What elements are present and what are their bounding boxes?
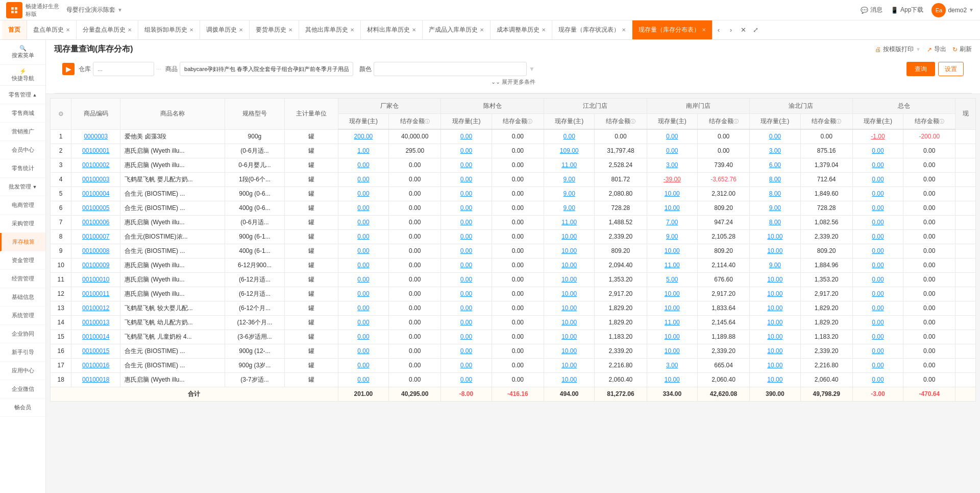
cell-changjia-qty[interactable]: 0.00 <box>338 344 388 358</box>
sidebar-item-members[interactable]: 畅会员 <box>0 398 45 417</box>
tab-home[interactable]: 首页 <box>2 20 27 40</box>
cell-code[interactable]: 0000003 <box>71 129 120 144</box>
cell-chencu-qty[interactable]: 0.00 <box>441 272 492 287</box>
close-icon[interactable]: ✕ <box>66 27 70 33</box>
cell-yubei-qty[interactable]: 10.00 <box>750 229 800 244</box>
tabs-next-btn[interactable]: › <box>725 20 737 40</box>
cell-jiangbei-qty[interactable]: 10.00 <box>544 244 594 258</box>
cell-code[interactable]: 00100005 <box>71 201 120 215</box>
cell-changjia-qty[interactable]: 0.00 <box>338 158 388 172</box>
cell-chencu-qty[interactable]: 0.00 <box>441 215 492 229</box>
tab-9[interactable]: 成本调整单历史 ✕ <box>491 20 552 40</box>
message-btn[interactable]: 💬 消息 <box>861 6 883 14</box>
cell-changjia-qty[interactable]: 0.00 <box>338 301 388 315</box>
cell-yubei-qty[interactable]: 10.00 <box>750 272 800 287</box>
close-icon[interactable]: ✕ <box>622 27 626 33</box>
cell-changjia-qty[interactable]: 0.00 <box>338 172 388 186</box>
tab-2[interactable]: 分量盘点单历史 ✕ <box>77 20 138 40</box>
cell-zong-qty[interactable]: 0.00 <box>852 215 903 229</box>
sidebar-item-retail-mall[interactable]: 零售商城 <box>0 104 45 123</box>
cell-nanan-qty[interactable]: 10.00 <box>647 372 697 387</box>
cell-yubei-qty[interactable]: 8.00 <box>750 172 800 186</box>
cell-code[interactable]: 00100001 <box>71 144 120 158</box>
cell-jiangbei-qty[interactable]: 10.00 <box>544 344 594 358</box>
cell-code[interactable]: 00100013 <box>71 315 120 330</box>
cell-zong-qty[interactable]: 0.00 <box>852 186 903 201</box>
cell-jiangbei-qty[interactable]: 11.00 <box>544 215 594 229</box>
cell-yubei-qty[interactable]: 8.00 <box>750 215 800 229</box>
cell-changjia-qty[interactable]: 0.00 <box>338 215 388 229</box>
cell-nanan-qty[interactable]: 0.00 <box>647 129 697 144</box>
app-download-btn[interactable]: 📱 App下载 <box>891 6 923 14</box>
cell-zong-qty[interactable]: 0.00 <box>852 344 903 358</box>
cell-zong-qty[interactable]: 0.00 <box>852 244 903 258</box>
sidebar-search[interactable]: 🔍 搜索英单 <box>0 40 45 65</box>
cell-code[interactable]: 00100014 <box>71 330 120 344</box>
cell-jiangbei-qty[interactable]: 10.00 <box>544 258 594 272</box>
cell-yubei-qty[interactable]: 10.00 <box>750 330 800 344</box>
cell-nanan-qty[interactable]: -39.00 <box>647 172 697 186</box>
cell-jiangbei-qty[interactable]: 10.00 <box>544 315 594 330</box>
export-btn[interactable]: ↗ 导出 <box>927 45 946 54</box>
sidebar-item-system[interactable]: 系统管理 <box>0 307 45 325</box>
sidebar-item-wechat-work[interactable]: 企业微信 <box>0 380 45 398</box>
cell-yubei-qty[interactable]: 10.00 <box>750 301 800 315</box>
cell-chencu-qty[interactable]: 0.00 <box>441 358 492 372</box>
cell-changjia-qty[interactable]: 0.00 <box>338 244 388 258</box>
sidebar-quick-nav[interactable]: ⚡ 快捷导航 <box>0 65 45 86</box>
refresh-btn[interactable]: ↻ 刷新 <box>952 45 972 54</box>
sidebar-item-apps[interactable]: 应用中心 <box>0 362 45 380</box>
user-menu[interactable]: Ea demo2 ▼ <box>932 3 974 17</box>
cell-changjia-qty[interactable]: 0.00 <box>338 272 388 287</box>
cell-chencu-qty[interactable]: 0.00 <box>441 372 492 387</box>
sidebar-item-retail-mgmt[interactable]: 零售管理 ▲ <box>0 86 45 104</box>
cell-jiangbei-qty[interactable]: 10.00 <box>544 272 594 287</box>
cell-jiangbei-qty[interactable]: 10.00 <box>544 301 594 315</box>
cell-code[interactable]: 00100011 <box>71 287 120 301</box>
cell-zong-qty[interactable]: 0.00 <box>852 358 903 372</box>
cell-zong-qty[interactable]: -1.00 <box>852 129 903 144</box>
cell-nanan-qty[interactable]: 3.00 <box>647 158 697 172</box>
cell-code[interactable]: 00100018 <box>71 372 120 387</box>
cell-chencu-qty[interactable]: 0.00 <box>441 186 492 201</box>
tab-7[interactable]: 材料出库单历史 ✕ <box>361 20 423 40</box>
info-icon[interactable]: ⓘ <box>733 119 739 124</box>
sidebar-item-basic-info[interactable]: 基础信息 <box>0 288 45 307</box>
cell-yubei-qty[interactable]: 3.00 <box>750 144 800 158</box>
cell-nanan-qty[interactable]: 11.00 <box>647 258 697 272</box>
cell-jiangbei-qty[interactable]: 10.00 <box>544 358 594 372</box>
col-gear[interactable]: ⚙ <box>51 99 71 130</box>
cell-zong-qty[interactable]: 0.00 <box>852 172 903 186</box>
cell-jiangbei-qty[interactable]: 10.00 <box>544 330 594 344</box>
cell-nanan-qty[interactable]: 10.00 <box>647 301 697 315</box>
cell-code[interactable]: 00100003 <box>71 172 120 186</box>
info-icon[interactable]: ⓘ <box>836 119 841 124</box>
expand-more-btn[interactable]: ⌄⌄ 展开更多条件 <box>62 76 964 89</box>
cell-zong-qty[interactable]: 0.00 <box>852 330 903 344</box>
cell-jiangbei-qty[interactable]: 9.00 <box>544 172 594 186</box>
sidebar-item-finance[interactable]: 资金管理 <box>0 251 45 270</box>
cell-nanan-qty[interactable]: 10.00 <box>647 344 697 358</box>
info-icon[interactable]: ⓘ <box>630 119 635 124</box>
cell-yubei-qty[interactable]: 10.00 <box>750 315 800 330</box>
cell-changjia-qty[interactable]: 0.00 <box>338 186 388 201</box>
cell-chencu-qty[interactable]: 0.00 <box>441 287 492 301</box>
close-icon[interactable]: ✕ <box>480 27 484 33</box>
tabs-expand-btn[interactable]: ⤢ <box>749 20 762 40</box>
cell-zong-qty[interactable]: 0.00 <box>852 201 903 215</box>
cell-changjia-qty[interactable]: 0.00 <box>338 229 388 244</box>
cell-chencu-qty[interactable]: 0.00 <box>441 330 492 344</box>
cell-changjia-qty[interactable]: 200.00 <box>338 129 388 144</box>
tab-10[interactable]: 现存量（库存状况表） ✕ <box>552 20 632 40</box>
warehouse-more-icon[interactable]: ··· <box>156 65 161 73</box>
tab-6[interactable]: 其他出库单历史 ✕ <box>299 20 361 40</box>
tab-5[interactable]: 要货单历史 ✕ <box>250 20 299 40</box>
close-icon[interactable]: ✕ <box>350 27 354 33</box>
cell-changjia-qty[interactable]: 0.00 <box>338 201 388 215</box>
close-icon[interactable]: ✕ <box>239 27 243 33</box>
cell-code[interactable]: 00100015 <box>71 344 120 358</box>
cell-jiangbei-qty[interactable]: 11.00 <box>544 158 594 172</box>
cell-chencu-qty[interactable]: 0.00 <box>441 244 492 258</box>
tab-4[interactable]: 调拨单历史 ✕ <box>200 20 250 40</box>
cell-jiangbei-qty[interactable]: 10.00 <box>544 372 594 387</box>
